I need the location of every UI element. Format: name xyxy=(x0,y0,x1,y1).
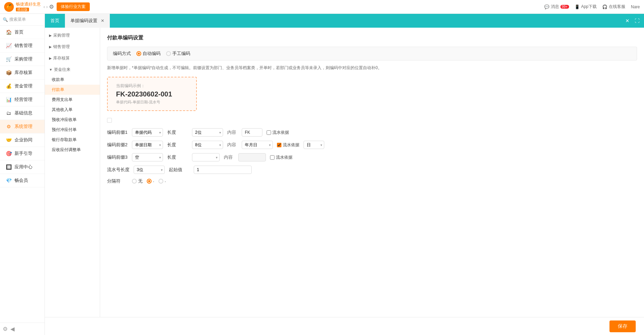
sidebar-item-guide[interactable]: 🎯 新手引导 xyxy=(0,147,45,160)
length3-select[interactable] xyxy=(192,153,220,161)
sidebar-search[interactable]: 🔍 搜索菜单 xyxy=(0,14,45,26)
bottom-bar: 保存 xyxy=(45,317,644,335)
nav-left-arrow[interactable]: ‹ xyxy=(44,4,45,9)
prefix2-select[interactable]: 单据日期 xyxy=(132,141,163,149)
prefix3-select[interactable]: 空 xyxy=(132,153,163,161)
arrow-down-icon: ▼ xyxy=(49,68,52,72)
sep-none-radio[interactable]: 无 xyxy=(132,178,143,184)
message-item[interactable]: 💬 消息 99+ xyxy=(544,4,569,10)
settings-icon[interactable]: ⚙ xyxy=(49,3,54,10)
main-content: 付款单编码设置 编码方式 自动编码 手工编码 xyxy=(100,28,644,317)
sub-item-adjustment[interactable]: 应收应付调整单 xyxy=(45,145,100,155)
online-service-item[interactable]: 🎧 在线客服 xyxy=(602,4,625,10)
prefix2-select-wrapper: 单据日期 xyxy=(132,141,163,149)
sidebar-settings-btn[interactable]: ⚙ xyxy=(3,326,8,332)
prefix2-label: 编码前缀2 xyxy=(107,142,128,148)
sidebar-collapse-btn[interactable]: ◀ xyxy=(10,326,15,332)
sidebar-item-purchase[interactable]: 🛒 采购管理 xyxy=(0,53,45,66)
tab-encoding-settings[interactable]: 单据编码设置 ✕ xyxy=(65,14,110,28)
liushui1-check[interactable] xyxy=(267,130,271,135)
liushui2-checkbox[interactable]: 流水依据 xyxy=(277,142,299,148)
user-profile[interactable]: Nare xyxy=(631,4,640,9)
preview-label: 当前编码示例： xyxy=(116,83,188,89)
length3-label: 长度 xyxy=(167,154,188,160)
tab-home[interactable]: 首页 xyxy=(45,14,65,28)
sub-group-purchase: ▶ 采购管理 xyxy=(45,30,100,40)
main-container: 🔍 搜索菜单 🏠 首页 📈 销售管理 🛒 采购管理 📦 库存核算 💰 资金管理 … xyxy=(0,14,644,335)
sidebar-item-inventory[interactable]: 📦 库存核算 xyxy=(0,66,45,80)
sidebar-item-finance[interactable]: 💰 资金管理 xyxy=(0,80,45,93)
purchase-icon: 🛒 xyxy=(6,56,12,62)
auto-fill-row xyxy=(107,118,637,123)
prefix1-select[interactable]: 单据代码 xyxy=(132,128,163,137)
sidebar-item-apps[interactable]: 🔲 应用中心 xyxy=(0,160,45,174)
liushui3-check[interactable] xyxy=(270,155,275,160)
app-download-item[interactable]: 📱 App下载 xyxy=(575,4,597,10)
nav-right-arrow[interactable]: › xyxy=(46,4,48,9)
sidebar-item-system[interactable]: ⚙ 系统管理 xyxy=(0,120,45,133)
sidebar-item-operation[interactable]: 📊 经营管理 xyxy=(0,93,45,106)
sub-item-prepaid-offset[interactable]: 预收冲应收单 xyxy=(45,115,100,125)
sidebar-item-basic[interactable]: 🗂 基础信息 xyxy=(0,106,45,120)
sub-group-sales: ▶ 销售管理 xyxy=(45,42,100,52)
auto-encode-radio[interactable]: 自动编码 xyxy=(136,50,161,57)
manual-encode-radio[interactable]: 手工编码 xyxy=(166,50,190,57)
arrow-right-icon: ▶ xyxy=(49,34,52,37)
tab-close-icon[interactable]: ✕ xyxy=(101,18,104,23)
arrow-right-icon: ▶ xyxy=(49,56,52,60)
guide-icon: 🎯 xyxy=(6,150,12,157)
tab-expand-icon[interactable]: ⛶ xyxy=(633,17,641,25)
sep-dash-radio[interactable]: · xyxy=(147,179,154,184)
sub-item-receipt[interactable]: 收款单 xyxy=(45,75,100,85)
sep-dot-radio[interactable]: · xyxy=(158,179,166,184)
encoding-method-label: 编码方式 xyxy=(113,50,131,57)
content3-input[interactable] xyxy=(238,153,266,161)
tab-close-window-icon[interactable]: ✕ xyxy=(623,17,632,25)
start-value-input[interactable]: 1 xyxy=(194,166,252,174)
sidebar-item-home[interactable]: 🏠 首页 xyxy=(0,26,45,39)
encoding-radio-group: 自动编码 手工编码 xyxy=(136,50,190,57)
liushui1-checkbox[interactable]: 流水依据 xyxy=(267,130,289,136)
length2-label: 长度 xyxy=(167,142,188,148)
serial-length-wrapper: 3位 xyxy=(134,166,165,174)
separator-row: 分隔符 无 · · xyxy=(107,178,637,184)
sales-icon: 📈 xyxy=(6,43,12,49)
serial-length-select[interactable]: 3位 xyxy=(134,166,165,174)
sub-group-sales-title[interactable]: ▶ 销售管理 xyxy=(45,42,100,52)
finance-icon: 💰 xyxy=(6,83,12,89)
content-area: 首页 单据编码设置 ✕ ✕ ⛶ ▶ 采购管理 xyxy=(45,14,644,335)
sub-group-inventory-title[interactable]: ▶ 库存核算 xyxy=(45,53,100,63)
save-button[interactable]: 保存 xyxy=(609,320,636,332)
sub-item-expense[interactable]: 费用支出单 xyxy=(45,95,100,105)
sidebar-item-vip[interactable]: 💎 畅会员 xyxy=(0,174,45,187)
trial-button[interactable]: 体验行业方案 xyxy=(57,2,90,11)
info-text: 新增单据时，*单据编码*自动生成，不可编辑。前缀设置为部门、业务员等档案类，开单… xyxy=(107,65,637,71)
length2-select[interactable]: 8位 xyxy=(192,141,223,149)
liushui2-check[interactable] xyxy=(277,143,281,147)
auto-fill-checkbox[interactable] xyxy=(107,118,112,123)
liushui3-checkbox[interactable]: 流水依据 xyxy=(270,155,292,160)
length1-select[interactable]: 2位 xyxy=(192,128,223,137)
apps-icon: 🔲 xyxy=(6,164,12,170)
sub-item-prepay-offset[interactable]: 预付冲应付单 xyxy=(45,125,100,135)
sub-group-funds: ▼ 资金往来 收款单 付款单 费用支出单 其他收入单 预收冲应收单 预付冲应付单… xyxy=(45,65,100,155)
sub-item-bank[interactable]: 银行存取款单 xyxy=(45,135,100,145)
content2-select-wrapper: 年月日 xyxy=(242,141,273,149)
basic-icon: 🗂 xyxy=(6,110,12,116)
length3-select-wrapper xyxy=(192,153,220,161)
prefix3-row: 编码前缀3 空 长度 内容 xyxy=(107,153,637,161)
sidebar-item-sales[interactable]: 📈 销售管理 xyxy=(0,39,45,53)
sub-item-other-income[interactable]: 其他收入单 xyxy=(45,105,100,115)
content2-select[interactable]: 年月日 xyxy=(242,141,273,149)
sub-item-payment[interactable]: 付款单 xyxy=(45,85,100,95)
content1-input[interactable] xyxy=(242,128,262,137)
length2-select-wrapper: 8位 xyxy=(192,141,223,149)
liushui2-unit-select[interactable]: 日 xyxy=(304,141,324,149)
sub-group-funds-title[interactable]: ▼ 资金往来 xyxy=(45,65,100,75)
start-value-label: 起始值 xyxy=(169,167,190,173)
content1-label: 内容 xyxy=(227,129,236,136)
sidebar-item-enterprise[interactable]: 🤝 企业协同 xyxy=(0,133,45,147)
encoding-method-row: 编码方式 自动编码 手工编码 xyxy=(107,47,637,61)
sub-group-purchase-title[interactable]: ▶ 采购管理 xyxy=(45,30,100,40)
prefix2-row: 编码前缀2 单据日期 长度 8位 内容 xyxy=(107,141,637,149)
